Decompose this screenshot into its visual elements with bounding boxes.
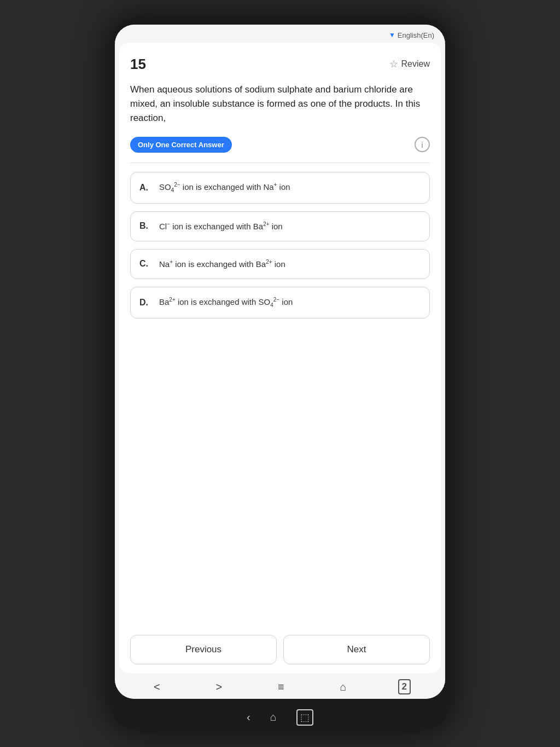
language-text: English(En) xyxy=(398,31,434,39)
phone-frame: ▼ English(En) 15 ☆ Review When aqueous s… xyxy=(110,18,450,729)
language-indicator: ▼ English(En) xyxy=(389,31,434,39)
option-c[interactable]: C. Na+ ion is exchanged with Ba2+ ion xyxy=(130,249,430,279)
option-b-label: B. xyxy=(139,221,151,231)
option-a[interactable]: A. SO42− ion is exchanged with Na+ ion xyxy=(130,172,430,204)
review-label: Review xyxy=(401,59,430,69)
recent-nav-icon[interactable]: 2 xyxy=(398,679,411,694)
android-navbar: ‹ ⌂ ⬚ xyxy=(110,705,450,729)
content-area: 15 ☆ Review When aqueous solutions of so… xyxy=(119,43,441,673)
question-header: 15 ☆ Review xyxy=(130,56,430,73)
system-nav: < > ≡ ⌂ 2 xyxy=(115,673,445,699)
question-number: 15 xyxy=(130,56,146,73)
nav-buttons: Previous Next xyxy=(130,635,430,664)
home-nav-icon[interactable]: ⌂ xyxy=(336,679,351,696)
android-home-icon[interactable]: ⌂ xyxy=(270,711,277,723)
option-d-text: Ba2+ ion is exchanged with SO42− ion xyxy=(159,296,293,309)
back-nav-icon[interactable]: < xyxy=(149,679,165,696)
android-recent-icon[interactable]: ⬚ xyxy=(296,709,313,726)
option-d-label: D. xyxy=(139,298,151,308)
phone-screen: ▼ English(En) 15 ☆ Review When aqueous s… xyxy=(115,25,445,699)
review-button[interactable]: ☆ Review xyxy=(389,58,430,70)
divider xyxy=(130,163,430,163)
android-back-icon[interactable]: ‹ xyxy=(247,711,250,723)
option-a-text: SO42− ion is exchanged with Na+ ion xyxy=(159,181,290,194)
forward-nav-icon[interactable]: > xyxy=(212,679,227,696)
menu-nav-icon[interactable]: ≡ xyxy=(273,679,289,696)
answer-type-row: Only One Correct Answer i xyxy=(130,137,430,153)
info-icon[interactable]: i xyxy=(415,137,430,152)
option-c-label: C. xyxy=(139,259,151,269)
question-text: When aqueous solutions of sodium sulphat… xyxy=(130,83,430,126)
option-c-text: Na+ ion is exchanged with Ba2+ ion xyxy=(159,258,285,270)
top-bar: ▼ English(En) xyxy=(115,25,445,43)
options-list: A. SO42− ion is exchanged with Na+ ion B… xyxy=(130,172,430,624)
option-b[interactable]: B. Cl− ion is exchanged with Ba2+ ion xyxy=(130,211,430,241)
answer-type-badge: Only One Correct Answer xyxy=(130,137,232,153)
option-a-label: A. xyxy=(139,183,151,193)
next-button[interactable]: Next xyxy=(283,635,430,664)
previous-button[interactable]: Previous xyxy=(130,635,277,664)
option-b-text: Cl− ion is exchanged with Ba2+ ion xyxy=(159,221,283,232)
star-icon: ☆ xyxy=(389,58,398,70)
option-d[interactable]: D. Ba2+ ion is exchanged with SO42− ion xyxy=(130,287,430,319)
